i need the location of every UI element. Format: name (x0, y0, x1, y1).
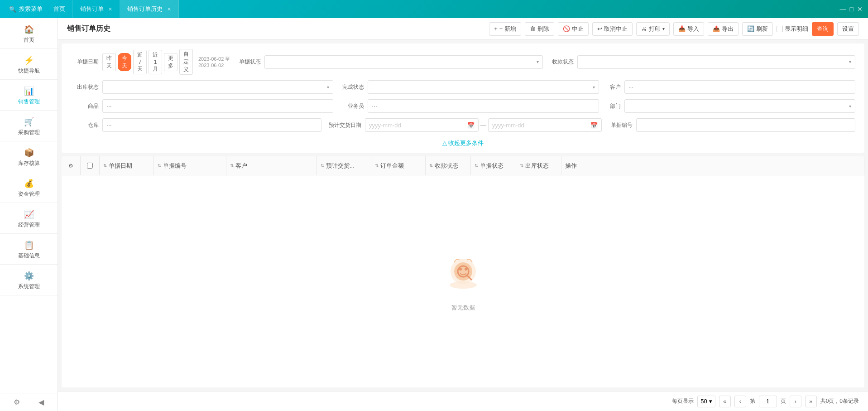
page-title: 销售订单历史 (67, 24, 110, 34)
out-status-select[interactable]: ▾ (102, 80, 333, 94)
order-number-input[interactable] (636, 118, 855, 132)
sidebar-item-home-label: 首页 (24, 36, 34, 44)
payment-status-select[interactable]: ▾ (577, 55, 855, 69)
customer-dots[interactable]: ··· (628, 83, 634, 91)
order-status-select[interactable]: ▾ (264, 55, 542, 69)
svg-point-5 (459, 268, 462, 271)
last-page-button[interactable]: » (805, 396, 817, 407)
date-btn-custom[interactable]: 自定义 (179, 49, 193, 75)
new-button[interactable]: + + 新增 (489, 22, 521, 36)
sales-icon: 📊 (24, 86, 34, 96)
refresh-button[interactable]: 🔄 刷新 (742, 22, 773, 36)
complete-status-arrow: ▾ (593, 85, 595, 90)
th-order-status[interactable]: ⇅ 单据状态 (471, 156, 516, 175)
next-page-button[interactable]: › (790, 396, 801, 407)
sidebar: 🏠 首页 ⚡ 快捷导航 📊 销售管理 🛒 采购管理 📦 库存核算 💰 资金管理 … (0, 18, 58, 411)
stop-button[interactable]: 🚫 中止 (558, 22, 589, 36)
expected-date-to-placeholder: yyyy-mm-dd (492, 122, 524, 129)
th-settings[interactable]: ⚙ (62, 156, 81, 175)
department-arrow: ▾ (849, 104, 851, 109)
tab-sales-order-close[interactable]: ✕ (108, 6, 112, 12)
th-date[interactable]: ⇅ 单据日期 (100, 156, 154, 175)
page-number-input[interactable] (759, 396, 777, 407)
date-label: 单据日期 (71, 58, 102, 66)
quick-nav-icon: ⚡ (24, 55, 34, 65)
complete-status-select[interactable]: ▾ (368, 80, 599, 94)
goods-input[interactable]: ··· (102, 99, 333, 113)
sidebar-item-base-info[interactable]: 📋 基础信息 (0, 234, 58, 265)
department-select[interactable]: ▾ (624, 99, 855, 113)
warehouse-input[interactable]: ··· (102, 118, 321, 132)
close-icon[interactable]: ✕ (857, 5, 863, 13)
salesperson-input[interactable]: ··· (368, 99, 599, 113)
sidebar-item-operations[interactable]: 📈 经营管理 (0, 203, 58, 234)
th-payment[interactable]: ⇅ 收款状态 (426, 156, 471, 175)
maximize-icon[interactable]: □ (850, 5, 854, 13)
th-delivery[interactable]: ⇅ 预计交货... (317, 156, 371, 175)
date-btn-last30[interactable]: 近1月 (149, 50, 162, 74)
sidebar-item-finance-label: 资金管理 (18, 190, 40, 198)
th-number[interactable]: ⇅ 单据编号 (154, 156, 226, 175)
date-btn-today[interactable]: 今天 (118, 53, 131, 71)
warehouse-dots[interactable]: ··· (106, 121, 112, 129)
tab-sales-order[interactable]: 销售订单 ✕ (73, 0, 120, 18)
sidebar-item-purchase[interactable]: 🛒 采购管理 (0, 111, 58, 141)
print-icon: 🖨 (641, 25, 647, 32)
out-status-label: 出库状态 (71, 83, 102, 91)
th-warehouse-status[interactable]: ⇅ 出库状态 (516, 156, 561, 175)
expected-date-from[interactable]: yyyy-mm-dd 📅 (365, 118, 479, 132)
sidebar-item-system[interactable]: ⚙️ 系统管理 (0, 265, 58, 295)
prev-page-button[interactable]: ‹ (734, 396, 746, 407)
display-toggle-checkbox[interactable] (777, 26, 783, 32)
th-checkbox[interactable] (81, 156, 100, 175)
display-toggle[interactable]: 显示明细 (777, 25, 808, 33)
table-header: ⚙ ⇅ 单据日期 ⇅ 单据编号 ⇅ 客户 ⇅ 预计交货. (62, 156, 864, 175)
search-menu[interactable]: 🔍 搜索菜单 (5, 5, 46, 13)
import-button[interactable]: 📥 导入 (673, 22, 704, 36)
collapse-row[interactable]: △ 收起更多条件 (71, 137, 855, 149)
tab-sales-order-history[interactable]: 销售订单历史 ✕ (120, 0, 179, 18)
expected-date-to[interactable]: yyyy-mm-dd 📅 (488, 118, 602, 132)
refresh-icon: 🔄 (747, 25, 754, 32)
sidebar-item-sales[interactable]: 📊 销售管理 (0, 80, 58, 111)
sidebar-collapse-icon[interactable]: ◀ (38, 398, 44, 406)
tab-home[interactable]: 首页 (46, 0, 73, 18)
date-btn-more[interactable]: 更多 (164, 53, 177, 71)
sidebar-item-quick-nav-label: 快捷导航 (18, 67, 40, 75)
th-customer[interactable]: ⇅ 客户 (226, 156, 317, 175)
th-delivery-sort-icon: ⇅ (321, 163, 324, 168)
sidebar-item-inventory[interactable]: 📦 库存核算 (0, 141, 58, 172)
empty-text: 暂无数据 (451, 304, 475, 312)
sidebar-item-quick-nav[interactable]: ⚡ 快捷导航 (0, 49, 58, 80)
goods-dots[interactable]: ··· (106, 102, 112, 110)
sidebar-settings-icon[interactable]: ⚙ (14, 398, 20, 406)
page-label: 页 (781, 397, 786, 405)
settings-button[interactable]: 设置 (837, 22, 859, 36)
date-btn-last7[interactable]: 近7天 (133, 50, 147, 74)
pagination: 每页显示 50 ▾ « ‹ 第 页 › » 共0页，0条记录 (58, 391, 868, 411)
th-date-sort-icon: ⇅ (103, 163, 107, 168)
print-button[interactable]: 🖨 打印 ▾ (636, 22, 670, 36)
calendar-icon-to[interactable]: 📅 (590, 122, 598, 129)
query-button[interactable]: 查询 (812, 22, 834, 36)
th-delivery-label: 预计交货... (326, 162, 355, 170)
cancel-stop-button[interactable]: ↩ 取消中止 (592, 22, 633, 36)
th-amount[interactable]: ⇅ 订单金额 (371, 156, 426, 175)
minimize-icon[interactable]: — (840, 5, 846, 13)
date-btn-yesterday[interactable]: 昨天 (102, 53, 116, 71)
top-bar-right: — □ ✕ (840, 5, 863, 13)
delete-button[interactable]: 🗑 删除 (525, 22, 554, 36)
tab-sales-order-history-close[interactable]: ✕ (167, 6, 171, 12)
complete-status-label: 完成状态 (340, 83, 368, 91)
page-size-select[interactable]: 50 ▾ (697, 396, 715, 407)
first-page-button[interactable]: « (719, 396, 731, 407)
salesperson-dots[interactable]: ··· (372, 102, 377, 110)
page-size-value: 50 (700, 398, 707, 405)
page-size-arrow: ▾ (709, 398, 712, 405)
sidebar-item-finance[interactable]: 💰 资金管理 (0, 172, 58, 203)
export-button[interactable]: 📤 导出 (708, 22, 739, 36)
sidebar-item-home[interactable]: 🏠 首页 (0, 18, 58, 49)
calendar-icon-from[interactable]: 📅 (467, 122, 475, 129)
select-all-checkbox[interactable] (87, 163, 93, 169)
customer-input[interactable]: ··· (624, 80, 855, 94)
